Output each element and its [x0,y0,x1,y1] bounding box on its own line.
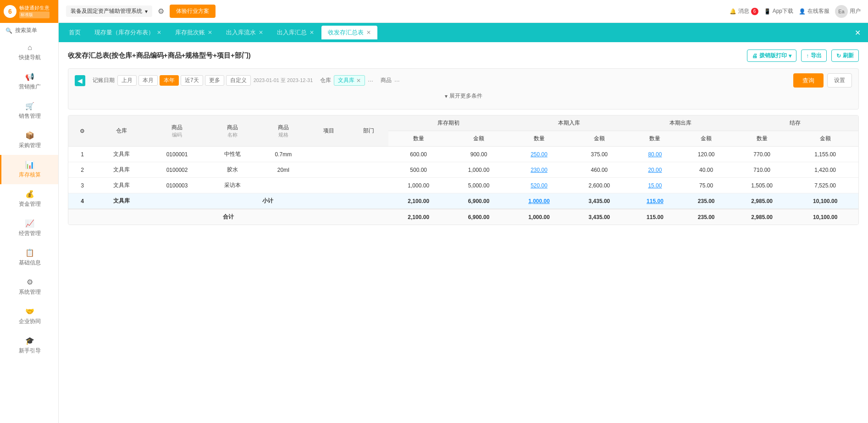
sidebar-item-operations[interactable]: 📈 经营管理 [0,214,58,243]
page-title-bar: 收发存汇总表(按仓库+商品编码+商品+规格型号+项目+部门) 🖨 拨销版打印 ▾… [68,49,859,62]
th-settings[interactable]: ⚙ [68,115,96,147]
tab-close-batch[interactable]: ✕ [208,29,212,36]
row1-open-amt: 900.00 [448,147,509,162]
filter-btn-custom[interactable]: 自定义 [226,75,251,86]
sidebar-logo: 6 畅捷通好生意 标准版 [0,0,58,23]
settings-icon[interactable]: ⚙ [158,7,164,16]
subtotal-out-amt: 235.00 [680,193,732,209]
total-in-qty: 1,000.00 [509,209,569,225]
notifications-btn[interactable]: 🔔 消息 6 [730,7,758,15]
print-icon: 🖨 [752,53,757,59]
sidebar-item-inventory[interactable]: 📊 库存核算 [0,155,58,184]
th-goods-spec: 商品规格 [258,115,309,147]
sidebar-item-newbie[interactable]: 🎓 新手引导 [0,331,58,360]
system-selector[interactable]: 装备及固定资产辅助管理系统 ▾ [66,5,152,17]
sidebar-item-enterprise[interactable]: 🤝 企业协同 [0,302,58,331]
total-out-qty: 115.00 [630,209,681,225]
tab-close-flow[interactable]: ✕ [259,29,263,36]
row1-bal-amt: 1,155.00 [792,147,858,162]
sidebar-item-basic-info[interactable]: 📋 基础信息 [0,243,58,272]
th-goods-name: 商品名称 [207,115,258,147]
user-menu[interactable]: Ea 用户 [835,5,861,18]
sidebar-item-purchase[interactable]: 📦 采购管理 [0,126,58,155]
filter-btn-last-month[interactable]: 上月 [117,75,137,86]
finance-icon: 💰 [25,190,34,198]
row3-warehouse: 文具库 [96,178,147,193]
table-body: 1 文具库 0100001 中性笔 0.7mm 600.00 900.00 25… [68,147,858,209]
row3-out-qty[interactable]: 15.00 [630,178,681,193]
subtotal-label: 小计 [147,193,388,209]
total-row: 合计 2,100.00 6,900.00 1,000.00 3,435.00 1… [68,209,858,225]
row2-in-qty[interactable]: 230.00 [509,162,569,178]
bell-icon: 🔔 [730,8,736,15]
tab-stock-dist[interactable]: 现存量（库存分布表） ✕ [88,26,168,39]
filter-btn-this-year[interactable]: 本年 [160,75,179,86]
subtotal-open-qty: 2,100.00 [388,193,448,209]
filter-date-btns: 上月 本月 本年 近7天 更多 自定义 [117,75,251,86]
tabs-end-btn[interactable]: ✕ [851,27,864,39]
search-menu-item[interactable]: 🔍 搜索菜单 [0,23,58,38]
search-icon: 🔍 [6,27,12,34]
row3-bal-amt: 7,525.00 [792,178,858,193]
row2-name: 胶水 [207,162,258,178]
subtotal-in-qty: 1,000.00 [509,193,569,209]
sidebar-item-marketing[interactable]: 📢 营销推广 [0,67,58,96]
th-bal-qty: 数量 [732,131,792,147]
tab-close-stock-dist[interactable]: ✕ [157,29,161,36]
subtotal-warehouse: 文具库 [96,193,147,209]
tab-batch-account[interactable]: 库存批次账 ✕ [169,26,219,39]
title-actions: 🖨 拨销版打印 ▾ ↑ 导出 ↻ 刷新 [747,49,859,62]
warehouse-tag-close[interactable]: ✕ [356,77,361,84]
tab-close-summary[interactable]: ✕ [310,29,314,36]
th-balance: 结存 [732,115,858,131]
row3-code: 0100003 [147,178,207,193]
tab-home[interactable]: 首页 [62,26,87,39]
sidebar-item-system[interactable]: ⚙ 系统管理 [0,272,58,302]
experience-btn[interactable]: 体验行业方案 [170,5,216,18]
tab-flow[interactable]: 出入库流水 ✕ [220,26,270,39]
row1-name: 中性笔 [207,147,258,162]
goods-more-btn[interactable]: ··· [394,77,400,84]
warehouse-more-btn[interactable]: ··· [368,77,373,84]
query-btn[interactable]: 查询 [793,73,824,88]
sidebar-item-finance[interactable]: 💰 资金管理 [0,184,58,214]
export-btn[interactable]: ↑ 导出 [801,49,827,62]
refresh-btn[interactable]: ↻ 刷新 [831,49,859,62]
total-open-qty: 2,100.00 [388,209,448,225]
row3-open-amt: 5,000.00 [448,178,509,193]
online-service-btn[interactable]: 👤 在线客服 [799,7,829,15]
setting-btn[interactable]: 设置 [827,73,852,88]
sidebar-item-sales[interactable]: 🛒 销售管理 [0,96,58,126]
operations-icon: 📈 [25,219,34,228]
app-download-btn[interactable]: 📱 App下载 [764,7,793,15]
row2-out-amt: 40.00 [680,162,732,178]
filter-bar: ◀ 记账日期 上月 本月 本年 近7天 更多 自定义 2023-01-01 至 … [68,68,859,110]
avatar: Ea [835,5,848,18]
filter-btn-more[interactable]: 更多 [205,75,224,86]
table-row: 1 文具库 0100001 中性笔 0.7mm 600.00 900.00 25… [68,147,858,162]
tab-summary[interactable]: 出入库汇总 ✕ [271,26,321,39]
row1-out-qty[interactable]: 80.00 [630,147,681,162]
row2-in-amt: 460.00 [569,162,629,178]
filter-btn-7days[interactable]: 近7天 [181,75,203,86]
print-btn[interactable]: 🖨 拨销版打印 ▾ [747,49,796,62]
row1-in-qty[interactable]: 250.00 [509,147,569,162]
main-area: 装备及固定资产辅助管理系统 ▾ ⚙ 体验行业方案 🔔 消息 6 📱 App下载 … [59,0,868,423]
filter-date-item: 记账日期 上月 本月 本年 近7天 更多 自定义 2023-01-01 至 20… [93,75,313,86]
row3-in-qty[interactable]: 520.00 [509,178,569,193]
filter-btn-this-month[interactable]: 本月 [138,75,158,86]
row2-no: 2 [68,162,96,178]
tab-close-collect[interactable]: ✕ [366,29,371,36]
service-icon: 👤 [799,8,806,15]
row2-code: 0100002 [147,162,207,178]
subtotal-open-amt: 6,900.00 [448,193,509,209]
filter-collapse-btn[interactable]: ◀ [75,75,85,86]
row2-out-qty[interactable]: 20.00 [630,162,681,178]
row2-bal-amt: 1,420.00 [792,162,858,178]
row3-no: 3 [68,178,96,193]
data-table-wrapper: ⚙ 仓库 商品编码 商品名称 商品规格 [68,115,859,225]
filter-row: ◀ 记账日期 上月 本月 本年 近7天 更多 自定义 2023-01-01 至 … [75,73,852,88]
sidebar-item-quick-nav[interactable]: ⌂ 快捷导航 [0,38,58,67]
expand-more-btn[interactable]: ▾ 展开更多条件 [75,89,852,103]
tab-collect-summary[interactable]: 收发存汇总表 ✕ [321,26,377,39]
